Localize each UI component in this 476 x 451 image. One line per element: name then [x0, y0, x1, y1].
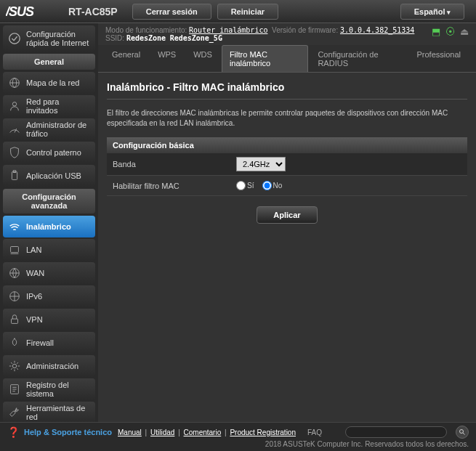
- sidebar-item-traffic-manager[interactable]: Administrador de tráfico: [3, 118, 95, 140]
- gear-icon: [7, 359, 22, 373]
- sidebar-item-label: WAN: [26, 269, 44, 277]
- radio-yes[interactable]: [236, 181, 246, 190]
- sidebar-item-wan[interactable]: WAN: [3, 262, 95, 284]
- footer-link-utility[interactable]: Utilidad: [150, 428, 174, 436]
- sidebar-item-label: IPv6: [26, 292, 42, 301]
- search-input[interactable]: [345, 426, 447, 438]
- globe-icon: [7, 76, 22, 90]
- wizard-icon: [7, 31, 22, 46]
- tabs-bar: General WPS WDS Filtro MAC inalámbrico C…: [98, 45, 476, 73]
- help-icon[interactable]: ❓: [7, 426, 20, 438]
- copyright-text: 2018 ASUSTeK Computer Inc. Reservados to…: [7, 439, 469, 448]
- sidebar-item-lan[interactable]: LAN: [3, 239, 95, 261]
- sidebar-item-usb-app[interactable]: Aplicación USB: [3, 165, 95, 187]
- sidebar-item-firewall[interactable]: Firewall: [3, 332, 95, 354]
- guest-icon: [7, 99, 22, 113]
- wan-icon: [7, 266, 22, 280]
- tab-radius[interactable]: Configuración de RADIUS: [310, 45, 407, 72]
- sidebar-item-network-tools[interactable]: Herramientas de red: [3, 402, 95, 423]
- tab-professional[interactable]: Professional: [408, 45, 469, 72]
- logout-button[interactable]: Cerrar sesión: [132, 4, 211, 20]
- tab-general[interactable]: General: [104, 45, 148, 72]
- sidebar-item-label: Control paterno: [26, 148, 81, 157]
- mode-value[interactable]: Router inalámbrico: [189, 26, 267, 34]
- sidebar-item-label: Red para invitados: [26, 97, 91, 115]
- model-name: RT-AC85P: [68, 6, 118, 17]
- svg-point-1: [9, 33, 20, 44]
- svg-rect-15: [12, 319, 18, 323]
- row-mac-filter: Habilitar filtro MAC Sí No: [107, 176, 467, 196]
- content-area: Inalámbrico - Filtro MAC inalámbrico El …: [98, 73, 476, 422]
- usb-eject-icon[interactable]: ⏏: [460, 26, 469, 37]
- svg-line-22: [463, 433, 465, 435]
- page-description: El filtro de direcciones MAC inalámbrica…: [107, 108, 467, 129]
- sidebar: Configuración rápida de Internet General…: [0, 23, 98, 422]
- sidebar-item-label: Inalámbrico: [26, 222, 71, 231]
- radio-yes-label[interactable]: Sí: [236, 182, 254, 190]
- sidebar-item-parental-control[interactable]: Control paterno: [3, 142, 95, 163]
- footer: ❓ Help & Soporte técnico Manual | Utilid…: [0, 422, 476, 451]
- svg-point-5: [12, 102, 16, 106]
- wifi-icon: [7, 219, 22, 234]
- sidebar-item-label: Administración: [26, 362, 78, 370]
- sidebar-item-wireless[interactable]: Inalámbrico: [3, 216, 95, 237]
- tab-mac-filter[interactable]: Filtro MAC inalámbrico: [222, 45, 309, 72]
- help-support-link[interactable]: Help & Soporte técnico: [24, 428, 112, 436]
- sidebar-item-ipv6[interactable]: IPv6: [3, 285, 95, 307]
- sidebar-item-label: Aplicación USB: [26, 171, 81, 180]
- footer-link-manual[interactable]: Manual: [118, 428, 142, 436]
- fw-value[interactable]: 3.0.0.4.382_51334: [340, 26, 414, 34]
- sidebar-item-label: Firewall: [26, 338, 54, 347]
- footer-link-feedback[interactable]: Comentario: [184, 428, 222, 436]
- sidebar-item-vpn[interactable]: VPN: [3, 309, 95, 330]
- faq-label[interactable]: FAQ: [307, 428, 322, 436]
- lan-icon: [7, 243, 22, 257]
- brand-logo: /SUS: [6, 5, 64, 18]
- radio-no[interactable]: [262, 181, 272, 190]
- row-band: Banda 2.4GHz: [107, 153, 467, 176]
- apply-button[interactable]: Aplicar: [257, 206, 317, 224]
- meter-icon: [7, 122, 22, 137]
- firewall-icon: [7, 336, 22, 350]
- shield-icon: [7, 145, 22, 160]
- reboot-button[interactable]: Reiniciar: [217, 4, 278, 20]
- app-icon[interactable]: ⬒: [432, 26, 440, 37]
- vpn-icon: [7, 312, 22, 327]
- sidebar-item-system-log[interactable]: Registro del sistema: [3, 378, 95, 400]
- tab-wps[interactable]: WPS: [150, 45, 184, 72]
- sidebar-item-administration[interactable]: Administración: [3, 355, 95, 377]
- svg-rect-7: [12, 172, 17, 180]
- ssid-value-1: RedesZone: [126, 34, 166, 42]
- sidebar-quick-setup[interactable]: Configuración rápida de Internet: [3, 25, 95, 52]
- tab-wds[interactable]: WDS: [185, 45, 220, 72]
- sidebar-item-label: Configuración rápida de Internet: [26, 30, 91, 47]
- mode-label: Modo de funcionamiento:: [105, 26, 187, 34]
- ssid-label: SSID:: [105, 34, 124, 42]
- svg-point-16: [12, 364, 16, 367]
- top-bar: /SUS RT-AC85P Cerrar sesión Reiniciar Es…: [0, 0, 476, 23]
- status-icons: ⬒ 🖸 ⏏: [429, 26, 469, 37]
- sidebar-item-guest-network[interactable]: Red para invitados: [3, 95, 95, 117]
- sidebar-general-header: General: [3, 54, 95, 70]
- language-selector[interactable]: Español: [400, 4, 470, 20]
- ssid-value-2: RedesZone_5G: [170, 34, 222, 42]
- sidebar-item-label: Herramientas de red: [26, 404, 91, 421]
- svg-line-6: [15, 129, 17, 132]
- svg-text:/SUS: /SUS: [6, 5, 34, 18]
- footer-link-product-reg[interactable]: Product Registration: [230, 428, 296, 436]
- mac-filter-label: Habilitar filtro MAC: [113, 182, 236, 190]
- language-button[interactable]: Español: [400, 4, 464, 20]
- band-label: Banda: [113, 160, 236, 168]
- radio-no-label[interactable]: No: [262, 182, 283, 190]
- sidebar-item-network-map[interactable]: Mapa de la red: [3, 72, 95, 94]
- log-icon: [7, 382, 22, 397]
- band-select[interactable]: 2.4GHz: [236, 157, 286, 171]
- tools-icon: [7, 405, 22, 420]
- svg-rect-9: [11, 247, 19, 253]
- sidebar-item-label: Administrador de tráfico: [26, 121, 91, 138]
- usb-status-icon[interactable]: 🖸: [445, 26, 455, 37]
- info-line: ⬒ 🖸 ⏏ Modo de funcionamiento: Router ina…: [98, 23, 476, 45]
- ipv6-icon: [7, 289, 22, 304]
- search-button[interactable]: [456, 426, 469, 439]
- sidebar-item-label: Mapa de la red: [26, 78, 79, 87]
